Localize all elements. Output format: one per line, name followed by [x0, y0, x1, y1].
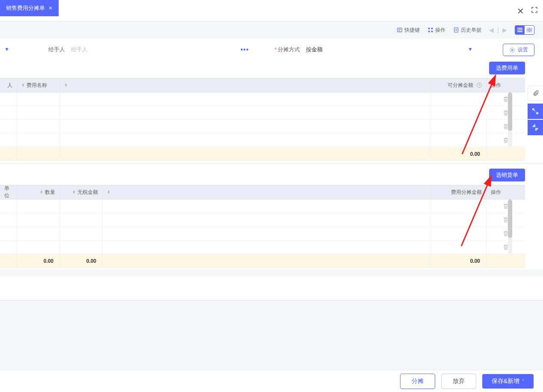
select-expense-button[interactable]: 选费用单 [489, 62, 525, 74]
svg-point-13 [511, 49, 513, 51]
col-unit[interactable]: 单位 [0, 185, 17, 199]
expense-section: 选费用单 人 ▲▼费用名称 ▲▼ 可分摊金额? 操作 0.00 [0, 57, 543, 163]
table-row[interactable] [0, 106, 525, 120]
sales-grid: 单位 ▲▼数量 ▲▼无税金额 ▲▼ 费用分摊金额 操作 0.000.000.00 [0, 185, 525, 268]
attachment-icon[interactable] [528, 86, 543, 101]
fullscreen-icon[interactable] [531, 6, 538, 13]
scrollbar[interactable] [508, 92, 512, 131]
allocate-button[interactable]: 分摊 [400, 374, 435, 389]
chevron-up-icon: ˄ [522, 379, 524, 383]
save-add-button[interactable]: 保存&新增 ˄ [482, 374, 534, 389]
view-card-icon[interactable] [525, 26, 534, 34]
handler-input[interactable] [69, 45, 240, 55]
table-row[interactable] [0, 241, 525, 254]
method-select[interactable] [304, 45, 475, 55]
svg-rect-5 [454, 28, 458, 33]
expand-in-icon[interactable] [528, 120, 543, 135]
tab-bar: 销售费用分摊单 ✕ ✕ [0, 0, 543, 21]
svg-rect-7 [517, 30, 522, 30]
svg-rect-3 [428, 31, 430, 33]
total-row: 0.000.000.00 [0, 254, 525, 268]
col-spacer: ▲▼ [103, 185, 431, 199]
table-row[interactable] [0, 227, 525, 241]
tab-active[interactable]: 销售费用分摊单 ✕ [0, 0, 59, 16]
col-spacer: ▲▼ [60, 78, 431, 92]
total-row: 0.00 [0, 147, 525, 161]
svg-rect-2 [431, 28, 433, 30]
col-payee[interactable]: 人 [0, 78, 17, 92]
method-label: *分摊方式 [275, 46, 300, 53]
svg-rect-8 [517, 31, 522, 32]
svg-rect-4 [431, 31, 433, 33]
table-row[interactable] [0, 199, 525, 213]
svg-rect-6 [517, 28, 522, 29]
table-row[interactable] [0, 120, 525, 134]
table-row[interactable] [0, 134, 525, 147]
select-sales-button[interactable]: 选销货单 [489, 169, 525, 181]
side-tools [528, 86, 543, 135]
discard-button[interactable]: 放弃 [441, 374, 476, 389]
col-op: 操作 [487, 185, 525, 199]
view-list-icon[interactable] [515, 26, 525, 34]
col-alloc-amount[interactable]: 可分摊金额? [431, 78, 487, 92]
svg-rect-10 [530, 28, 532, 30]
close-icon[interactable]: ✕ [48, 5, 53, 11]
toolbar-operate[interactable]: 操作 [427, 27, 445, 34]
bottom-bar: 分摊 放弃 保存&新增 ˄ [0, 370, 543, 392]
nav-arrows: ◀ | ▶ [489, 27, 507, 33]
remark-area [0, 276, 543, 300]
col-op: 操作 [487, 78, 525, 92]
chevron-down-icon[interactable]: ▼ [4, 46, 9, 52]
table-row[interactable] [0, 92, 525, 106]
toolbar: 快捷键 操作 历史单据 ◀ | ▶ [0, 21, 543, 39]
svg-rect-11 [527, 30, 529, 32]
table-row[interactable] [0, 213, 525, 227]
toolbar-history[interactable]: 历史单据 [453, 27, 481, 34]
expense-grid: 人 ▲▼费用名称 ▲▼ 可分摊金额? 操作 0.00 [0, 78, 525, 161]
svg-rect-1 [428, 28, 430, 30]
settings-button[interactable]: 设置 [503, 44, 534, 56]
more-icon[interactable]: ••• [240, 46, 249, 53]
scrollbar[interactable] [508, 199, 512, 238]
col-fee-name[interactable]: ▲▼费用名称 [17, 78, 60, 92]
svg-rect-9 [527, 28, 529, 30]
page-close-icon[interactable]: ✕ [517, 6, 524, 16]
tab-title: 销售费用分摊单 [6, 4, 45, 12]
svg-rect-0 [398, 28, 402, 32]
form-area: ▼ 经手人 ••• *分摊方式 ▼ 设置 [0, 39, 543, 57]
sales-section: 选销货单 单位 ▲▼数量 ▲▼无税金额 ▲▼ 费用分摊金额 操作 0.000.0… [0, 164, 543, 270]
col-notax[interactable]: ▲▼无税金额 [60, 185, 103, 199]
prev-icon[interactable]: ◀ [489, 27, 494, 33]
handler-label: 经手人 [43, 46, 65, 53]
view-toggle [515, 25, 534, 35]
toolbar-shortcut[interactable]: 快捷键 [397, 27, 420, 34]
next-icon[interactable]: ▶ [502, 27, 507, 33]
col-qty[interactable]: ▲▼数量 [17, 185, 60, 199]
col-fee-alloc[interactable]: 费用分摊金额 [431, 185, 487, 199]
help-icon[interactable]: ? [477, 83, 482, 88]
expand-out-icon[interactable] [528, 104, 543, 119]
svg-rect-12 [530, 30, 532, 32]
